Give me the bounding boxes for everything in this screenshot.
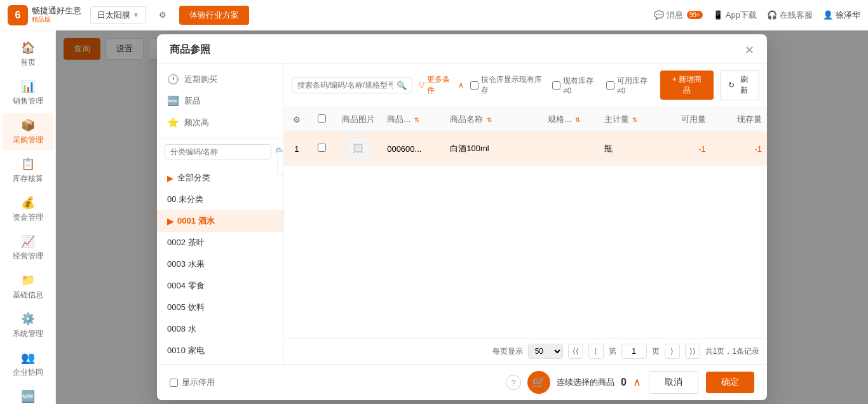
left-tab-new[interactable]: 🆕 新品 (157, 90, 283, 112)
checkbox-current-stock[interactable]: 现有库存≠0 (552, 76, 600, 95)
category-tea[interactable]: 0002 茶叶 (157, 232, 283, 253)
col-unit[interactable]: 主计量 ⇅ (599, 107, 655, 132)
first-page-btn[interactable]: ⟨⟨ (568, 344, 583, 359)
filter-arrow: ∧ (458, 81, 464, 90)
page-number-input[interactable] (621, 344, 647, 359)
guide-icon: 🆕 (21, 389, 35, 403)
row-avail: -1 (655, 132, 711, 166)
sidebar-label-enterprise: 企业协同 (13, 367, 43, 378)
nav-right: 💬 消息 99+ 📱 App下载 🎧 在线客服 👤 徐泽华 (654, 10, 860, 21)
basic-info-icon: 📁 (21, 273, 35, 287)
page-suffix: 页 (652, 346, 660, 357)
product-reference-modal: 商品参照 ✕ 🕐 近期购买 🆕 (157, 34, 767, 400)
col-check (309, 107, 335, 132)
category-snacks[interactable]: 0004 零食 (157, 275, 283, 297)
left-tab-recent[interactable]: 🕐 近期购买 (157, 69, 283, 90)
cart-icon-btn[interactable]: 🛒 (527, 371, 550, 394)
help-icon-btn[interactable]: ? (506, 375, 521, 390)
checkbox-available-stock-input[interactable] (606, 81, 614, 90)
sidebar-item-system[interactable]: ⚙️ 系统管理 (3, 307, 53, 344)
left-tab-frequent-label: 频次高 (184, 117, 209, 128)
category-all[interactable]: ▶ 全部分类 (157, 167, 283, 189)
refresh-icon: ↻ (728, 81, 735, 90)
nav-selector[interactable]: 日太阳膜 ▼ (90, 6, 146, 24)
table-row[interactable]: 1 🖼 000600... (284, 132, 767, 166)
row-checkbox[interactable] (318, 144, 326, 152)
category-all-label: 全部分类 (177, 172, 210, 184)
checkbox-available-stock-label: 可用库存≠0 (617, 76, 654, 95)
enterprise-icon: 👥 (21, 351, 35, 365)
category-water[interactable]: 0008 水 (157, 318, 283, 340)
collapse-panel-btn[interactable]: 《 (277, 152, 284, 175)
product-search-input[interactable] (297, 81, 393, 90)
sidebar-item-purchase[interactable]: 📦 采购管理 (3, 113, 53, 151)
col-code[interactable]: 商品... ⇅ (382, 107, 445, 132)
sidebar-label-finance: 资金管理 (13, 212, 43, 223)
row-unit: 瓶 (599, 132, 655, 166)
checkbox-current-stock-input[interactable] (552, 81, 560, 90)
sidebar-item-sales[interactable]: 📊 销售管理 (3, 74, 53, 112)
add-product-label: + 新增商品 (669, 74, 705, 96)
confirm-button[interactable]: 确定 (706, 372, 754, 393)
cta-button[interactable]: 体验行业方案 (179, 6, 249, 25)
col-name[interactable]: 商品名称 ⇅ (445, 107, 543, 132)
filter-more-btn[interactable]: ▽ 更多条件 ∧ (419, 74, 464, 96)
checkbox-warehouse-stock[interactable]: 按仓库显示现有库存 (470, 74, 546, 96)
purchase-icon: 📦 (21, 118, 35, 132)
settings-icon-btn[interactable]: ⚙ (153, 5, 173, 25)
add-product-btn[interactable]: + 新增商品 (660, 71, 714, 100)
category-alcohol[interactable]: ▶ 0001 酒水 (157, 210, 283, 232)
left-tab-recent-label: 近期购买 (184, 74, 217, 85)
col-spec[interactable]: 规格... ⇅ (543, 107, 599, 132)
checkbox-warehouse-stock-input[interactable] (470, 81, 478, 90)
modal-close-button[interactable]: ✕ (745, 44, 754, 56)
category-fruit[interactable]: 0003 水果 (157, 253, 283, 275)
app-download-btn[interactable]: 📱 App下载 (713, 10, 757, 21)
headset-icon: 🎧 (767, 10, 777, 20)
sidebar-item-finance[interactable]: 💰 资金管理 (3, 191, 53, 228)
cancel-button[interactable]: 取消 (649, 371, 698, 394)
user-area[interactable]: 👤 徐泽华 (823, 10, 860, 21)
main-content: 查询 设置 刷新 商品参照 ✕ (56, 30, 868, 404)
category-drinks[interactable]: 0005 饮料 (157, 297, 283, 318)
sidebar-item-home[interactable]: 🏠 首页 (3, 36, 53, 73)
sidebar-item-enterprise[interactable]: 👥 企业协同 (3, 346, 53, 383)
next-page-btn[interactable]: ⟩ (665, 344, 680, 359)
row-spec (543, 132, 599, 166)
sidebar-item-operations[interactable]: 📈 经营管理 (3, 229, 53, 267)
page-size-select[interactable]: 50 20 100 (528, 344, 563, 359)
sidebar-item-inventory[interactable]: 📋 库存核算 (3, 152, 53, 189)
col-avail: 可用量 (655, 107, 711, 132)
checkbox-available-stock[interactable]: 可用库存≠0 (606, 76, 654, 95)
category-appliances[interactable]: 0010 家电 (157, 340, 283, 361)
left-tab-frequent[interactable]: ⭐ 频次高 (157, 112, 283, 133)
right-toolbar: 🔍 ▽ 更多条件 ∧ 按仓库显示现有库存 (284, 64, 767, 107)
col-settings[interactable]: ⚙ (284, 107, 309, 132)
refresh-btn[interactable]: ↻ 刷新 (720, 70, 759, 100)
online-service-btn[interactable]: 🎧 在线客服 (767, 10, 813, 21)
messages-btn[interactable]: 💬 消息 99+ (654, 10, 703, 21)
sidebar-item-basic-info[interactable]: 📁 基础信息 (3, 268, 53, 306)
cart-count: 0 (621, 377, 627, 388)
refresh-label: 刷新 (737, 74, 751, 96)
select-all-checkbox[interactable] (318, 114, 326, 123)
logo-icon: 6 (8, 5, 28, 25)
page-size-label: 每页显示 (492, 346, 523, 357)
left-panel: 🕐 近期购买 🆕 新品 ⭐ 频次高 (157, 64, 284, 364)
prev-page-btn[interactable]: ⟨ (588, 344, 604, 359)
sidebar: 🏠 首页 📊 销售管理 📦 采购管理 📋 库存核算 💰 资金管理 📈 经营管理 … (0, 30, 56, 404)
category-alcohol-arrow: ▶ (167, 217, 173, 226)
collapse-cart-btn[interactable]: ∧ (633, 375, 641, 389)
sidebar-item-guide[interactable]: 🆕 新手引导 (3, 384, 53, 404)
category-all-arrow: ▶ (167, 173, 173, 183)
product-search-icon[interactable]: 🔍 (397, 81, 407, 90)
show-disabled-input[interactable] (170, 379, 178, 387)
messages-badge: 99+ (687, 11, 703, 19)
category-search-input[interactable] (165, 144, 271, 159)
last-page-btn[interactable]: ⟩⟩ (685, 344, 700, 359)
category-uncategorized[interactable]: 00 未分类 (157, 189, 283, 210)
pagination-bar: 每页显示 50 20 100 ⟨⟨ ⟨ 第 页 ⟩ (284, 338, 767, 364)
category-fruit-label: 0003 水果 (167, 259, 205, 270)
show-disabled-checkbox[interactable]: 显示停用 (170, 377, 215, 388)
col-stock: 现存量 (711, 107, 767, 132)
